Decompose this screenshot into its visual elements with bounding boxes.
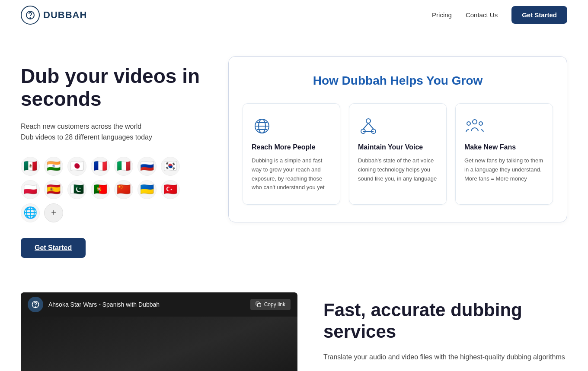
flag-italy: 🇮🇹 [114,157,133,176]
logo-icon [21,6,40,25]
feature-voice-title: Maintain Your Voice [358,143,438,151]
svg-rect-18 [257,304,261,307]
features-grid: Reach More People Dubbing is a simple an… [243,103,553,205]
feature-voice-desc: Dubbah's state of the art voice cloning … [358,156,438,183]
flag-korea: 🇰🇷 [161,157,180,176]
nav-get-started-button[interactable]: Get Started [511,6,567,24]
svg-point-7 [366,119,371,123]
video-body [21,317,297,371]
flag-india: 🇮🇳 [44,157,63,176]
info-card-title: How Dubbah Helps You Grow [243,74,553,88]
network-icon [358,116,438,136]
feature-reach-desc: Dubbing is a simple and fast way to grow… [252,156,331,192]
people-icon [464,116,544,136]
flag-other: 🌐 [21,203,40,222]
video-placeholder [21,317,297,371]
video-container[interactable]: Ahsoka Star Wars - Spanish with Dubbah C… [21,292,297,371]
svg-line-11 [368,123,374,129]
svg-point-15 [479,122,483,125]
flag-ukraine: 🇺🇦 [137,180,157,199]
flag-turkey: 🇹🇷 [161,180,180,199]
svg-point-13 [473,120,477,124]
flag-russia: 🇷🇺 [137,157,157,176]
flag-more-button[interactable]: + [44,203,63,222]
hero-subtitle: Reach new customers across the world Dub… [21,121,211,143]
flag-spain: 🇪🇸 [44,180,63,199]
svg-point-14 [467,122,470,125]
bottom-right: Fast, accurate dubbing services Translat… [323,292,567,362]
hero-section: Dub your videos in seconds Reach new cus… [0,30,588,275]
hero-left: Dub your videos in seconds Reach new cus… [21,56,211,258]
feature-fans-title: Make New Fans [464,143,544,151]
svg-point-1 [30,18,31,19]
flag-france: 🇫🇷 [91,157,110,176]
hero-subtitle-line2: Dub videos to 28 different languages tod… [21,132,211,143]
copy-link-button[interactable]: Copy link [250,299,291,310]
nav-pricing[interactable]: Pricing [432,11,452,19]
svg-line-10 [363,123,368,129]
bottom-section-title: Fast, accurate dubbing services [323,299,567,343]
flag-japan: 🇯🇵 [67,157,86,176]
navbar: DUBBAH Pricing Contact Us Get Started [0,0,588,30]
bottom-section-desc: Translate your audio and video files wit… [323,352,567,363]
feature-reach-title: Reach More People [252,143,331,151]
info-card-title-plain: How Dubbah [313,74,390,87]
hero-get-started-button[interactable]: Get Started [21,238,86,258]
flag-mexico: 🇲🇽 [21,157,40,176]
flag-china: 🇨🇳 [114,180,133,199]
svg-point-17 [35,307,36,308]
hero-title: Dub your videos in seconds [21,65,211,111]
hero-subtitle-line1: Reach new customers across the world [21,121,211,132]
info-card: How Dubbah Helps You Grow Reach More Peo… [228,56,567,222]
logo-text: DUBBAH [43,10,87,21]
nav-contact[interactable]: Contact Us [466,11,498,19]
feature-reach: Reach More People Dubbing is a simple an… [243,103,340,205]
flag-poland: 🇵🇱 [21,180,40,199]
globe-icon [252,116,331,136]
info-card-title-accent: Helps You Grow [390,74,483,87]
flags-grid: 🇲🇽 🇮🇳 🇯🇵 🇫🇷 🇮🇹 🇷🇺 🇰🇷 🇵🇱 🇪🇸 🇵🇰 🇵🇹 🇨🇳 🇺🇦 🇹… [21,157,211,222]
nav-links: Pricing Contact Us Get Started [432,6,567,24]
logo-area[interactable]: DUBBAH [21,6,87,25]
copy-link-label: Copy link [264,301,285,308]
flag-portugal: 🇵🇹 [91,180,110,199]
feature-voice: Maintain Your Voice Dubbah's state of th… [349,103,447,205]
video-title: Ahsoka Star Wars - Spanish with Dubbah [48,301,160,308]
video-header: Ahsoka Star Wars - Spanish with Dubbah C… [21,292,297,317]
bottom-section: Ahsoka Star Wars - Spanish with Dubbah C… [0,275,588,371]
feature-fans: Make New Fans Get new fans by talking to… [455,103,553,205]
flag-pakistan: 🇵🇰 [67,180,86,199]
feature-fans-desc: Get new fans by talking to them in a lan… [464,156,544,183]
video-logo [28,297,43,312]
